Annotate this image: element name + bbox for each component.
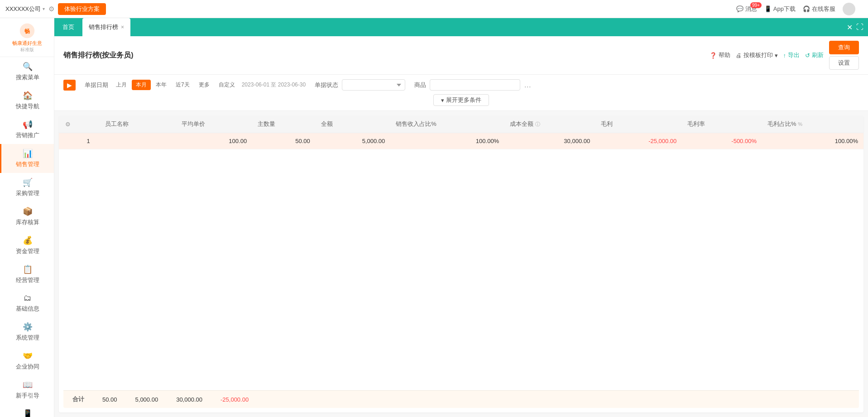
page-header-actions: ❓ 帮助 🖨 按模板打印 ▾ ↑ 导出 ↺ 刷新 bbox=[710, 41, 859, 74]
status-select[interactable] bbox=[342, 79, 405, 91]
sidebar-item-guide[interactable]: 📖 新手引导 bbox=[0, 375, 54, 404]
company-name: XXXXXX公司 bbox=[5, 5, 41, 13]
export-icon: ↑ bbox=[783, 52, 786, 59]
help-button[interactable]: ❓ 帮助 bbox=[710, 51, 730, 59]
table-body: 1 100.00 50.00 5,000.00 100.00% 30,000.0… bbox=[59, 133, 863, 149]
date-filter-label: 单据日期 bbox=[85, 81, 108, 89]
purchase-icon: 🛒 bbox=[23, 177, 33, 187]
total-main-qty: 50.00 bbox=[102, 396, 117, 403]
expand-more-button[interactable]: ▾ 展开更多条件 bbox=[433, 94, 489, 106]
sidebar-item-operations[interactable]: 📋 经营管理 bbox=[0, 260, 54, 289]
template-print-button[interactable]: 🖨 按模板打印 ▾ bbox=[736, 51, 778, 59]
filter-row: ▶ 单据日期 上月 本月 本年 近7天 更多 自定义 2023-06-01 至 … bbox=[63, 79, 859, 91]
sidebar-label-purchase: 采购管理 bbox=[16, 189, 39, 197]
table-row: 1 100.00 50.00 5,000.00 100.00% 30,000.0… bbox=[59, 133, 863, 149]
row-rank: 1 bbox=[77, 133, 100, 149]
sidebar-label-guide: 新手引导 bbox=[16, 392, 39, 400]
data-table: ⚙ 员工名称 平均单价 主数量 全额 销售收入占比% 成本全额 ⓘ bbox=[59, 115, 863, 149]
online-service-button[interactable]: 🎧 在线客服 bbox=[803, 5, 835, 13]
avatar[interactable] bbox=[843, 3, 855, 15]
basic-icon: 🗂 bbox=[24, 293, 32, 303]
sidebar-item-basic[interactable]: 🗂 基础信息 bbox=[0, 289, 54, 317]
guide-icon: 📖 bbox=[23, 380, 33, 390]
total-gross: -25,000.00 bbox=[221, 396, 249, 403]
settings-icon[interactable]: ⚙ bbox=[48, 5, 54, 13]
page-title: 销售排行榜(按业务员) bbox=[63, 51, 134, 65]
tab-sales-ranking[interactable]: 销售排行榜 × bbox=[82, 18, 130, 36]
sidebar-item-marketing[interactable]: 📢 营销推广 bbox=[0, 115, 54, 144]
page-content: 销售排行榜(按业务员) ❓ 帮助 🖨 按模板打印 ▾ ↑ 导出 bbox=[54, 36, 868, 417]
trial-button[interactable]: 体验行业方案 bbox=[58, 3, 106, 15]
date-tab-this-year[interactable]: 本年 bbox=[152, 80, 171, 90]
refresh-icon: ↺ bbox=[805, 52, 810, 59]
message-button[interactable]: 💬 消息 99+ bbox=[736, 5, 757, 13]
sidebar: 畅 畅康通好生意 标准版 🔍 搜索菜单 🏠 快捷导航 📢 营销推广 📊 销售管理… bbox=[0, 18, 54, 417]
query-settings-group: 查询 设置 bbox=[829, 41, 859, 70]
total-amount: 5,000.00 bbox=[135, 396, 158, 403]
sidebar-item-purchase[interactable]: 🛒 采购管理 bbox=[0, 173, 54, 202]
date-tab-7days[interactable]: 近7天 bbox=[172, 80, 194, 90]
query-button[interactable]: 查询 bbox=[829, 41, 859, 54]
goods-input[interactable] bbox=[430, 79, 520, 91]
table-container: ⚙ 员工名称 平均单价 主数量 全额 销售收入占比% 成本全额 ⓘ bbox=[59, 115, 863, 412]
total-cost: 30,000.00 bbox=[176, 396, 202, 403]
sidebar-label-search: 搜索菜单 bbox=[16, 73, 39, 81]
date-tab-this-month[interactable]: 本月 bbox=[132, 80, 151, 90]
settings-button[interactable]: 设置 bbox=[829, 56, 859, 70]
tab-close-icon[interactable]: × bbox=[121, 24, 124, 30]
sidebar-item-quicknav[interactable]: 🏠 快捷导航 bbox=[0, 86, 54, 115]
sidebar-item-apps[interactable]: 📱 应用中心 bbox=[0, 404, 54, 417]
total-label: 合计 bbox=[72, 395, 84, 403]
sidebar-item-search[interactable]: 🔍 搜索菜单 bbox=[0, 57, 54, 86]
col-name: 员工名称 bbox=[100, 115, 176, 133]
sidebar-logo: 畅 畅康通好生意 标准版 bbox=[0, 18, 54, 57]
app-download-button[interactable]: 📱 App下载 bbox=[764, 5, 796, 13]
sidebar-item-inventory[interactable]: 📦 库存核算 bbox=[0, 202, 54, 231]
row-main-qty: 50.00 bbox=[252, 133, 316, 149]
row-amount: 5,000.00 bbox=[316, 133, 390, 149]
col-cost: 成本全额 ⓘ bbox=[504, 115, 595, 133]
row-cost: 30,000.00 bbox=[504, 133, 595, 149]
sales-icon: 📊 bbox=[23, 149, 33, 158]
col-gross-rate: 毛利率 bbox=[682, 115, 762, 133]
sidebar-item-collab[interactable]: 🤝 企业协同 bbox=[0, 346, 54, 375]
svg-text:畅: 畅 bbox=[24, 28, 30, 34]
company-selector[interactable]: XXXXXX公司 ▾ bbox=[5, 5, 45, 13]
sidebar-label-quicknav: 快捷导航 bbox=[16, 102, 39, 110]
col-gross-pct: 毛利占比% % bbox=[762, 115, 863, 133]
chevron-down-icon: ▾ bbox=[441, 97, 444, 104]
expand-row: ▾ 展开更多条件 bbox=[63, 94, 859, 106]
collab-icon: 🤝 bbox=[23, 351, 33, 361]
tab-maximize-icon[interactable]: ⛶ bbox=[856, 23, 863, 31]
date-tab-last-month[interactable]: 上月 bbox=[112, 80, 131, 90]
tab-bar: 首页 销售排行榜 × ✕ ⛶ bbox=[54, 18, 868, 36]
home-icon: 🏠 bbox=[23, 91, 33, 101]
sidebar-label-finance: 资金管理 bbox=[16, 247, 39, 255]
export-button[interactable]: ↑ 导出 bbox=[783, 51, 800, 59]
sidebar-item-finance[interactable]: 💰 资金管理 bbox=[0, 231, 54, 260]
apps-icon: 📱 bbox=[23, 409, 33, 417]
gross-pct-info-icon: % bbox=[798, 121, 802, 127]
col-settings[interactable]: ⚙ bbox=[59, 115, 77, 133]
tab-home[interactable]: 首页 bbox=[54, 18, 82, 36]
filter-area: ▶ 单据日期 上月 本月 本年 近7天 更多 自定义 2023-06-01 至 … bbox=[54, 75, 868, 111]
filter-date-item: 单据日期 上月 本月 本年 近7天 更多 自定义 2023-06-01 至 20… bbox=[85, 80, 306, 90]
sidebar-item-sales[interactable]: 📊 销售管理 bbox=[0, 144, 54, 173]
main-layout: 畅 畅康通好生意 标准版 🔍 搜索菜单 🏠 快捷导航 📢 营销推广 📊 销售管理… bbox=[0, 18, 868, 417]
message-badge: 99+ bbox=[750, 2, 762, 8]
goods-ellipsis-button[interactable]: … bbox=[524, 81, 531, 89]
page-header: 销售排行榜(按业务员) ❓ 帮助 🖨 按模板打印 ▾ ↑ 导出 bbox=[54, 36, 868, 75]
marketing-icon: 📢 bbox=[23, 120, 33, 129]
refresh-button[interactable]: ↺ 刷新 bbox=[805, 51, 824, 59]
cost-info-icon: ⓘ bbox=[535, 121, 540, 127]
filter-toggle-icon[interactable]: ▶ bbox=[63, 80, 76, 91]
filter-status-item: 单据状态 bbox=[315, 79, 405, 91]
col-sales-pct: 销售收入占比% bbox=[390, 115, 504, 133]
sidebar-item-system[interactable]: ⚙️ 系统管理 bbox=[0, 317, 54, 346]
logo-subtitle: 畅康通好生意 bbox=[12, 40, 42, 47]
date-tab-custom[interactable]: 自定义 bbox=[215, 80, 239, 90]
tab-close-window-icon[interactable]: ✕ bbox=[847, 23, 853, 32]
sidebar-label-inventory: 库存核算 bbox=[16, 218, 39, 226]
date-tab-more[interactable]: 更多 bbox=[195, 80, 214, 90]
operations-icon: 📋 bbox=[23, 264, 33, 274]
